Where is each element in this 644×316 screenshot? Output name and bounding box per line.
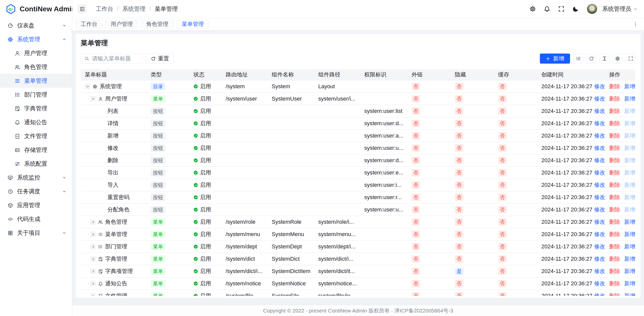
edit-link[interactable]: 修改 bbox=[594, 194, 605, 201]
breadcrumb-item[interactable]: 系统管理 bbox=[122, 5, 145, 13]
sidebar-item-9[interactable]: 存储管理 bbox=[0, 143, 72, 157]
delete-link[interactable]: 删除 bbox=[609, 107, 620, 115]
list-view-button[interactable] bbox=[573, 54, 583, 64]
sidebar-item-11[interactable]: 系统监控 bbox=[0, 171, 72, 185]
edit-link[interactable]: 修改 bbox=[594, 181, 605, 189]
delete-link[interactable]: 删除 bbox=[609, 243, 620, 250]
add-link[interactable]: 新增 bbox=[624, 144, 635, 152]
add-link[interactable]: 新增 bbox=[624, 169, 635, 176]
add-link[interactable]: 新增 bbox=[624, 280, 635, 287]
moon-icon[interactable] bbox=[573, 6, 579, 12]
sidebar-item-8[interactable]: 文件管理 bbox=[0, 129, 72, 143]
delete-link[interactable]: 删除 bbox=[609, 255, 620, 263]
delete-link[interactable]: 删除 bbox=[609, 157, 620, 164]
delete-link[interactable]: 删除 bbox=[609, 83, 620, 90]
edit-link[interactable]: 修改 bbox=[594, 255, 605, 263]
tab-2[interactable]: 角色管理 bbox=[141, 20, 173, 28]
sidebar-item-7[interactable]: 通知公告 bbox=[0, 115, 72, 129]
sidebar-item-14[interactable]: 代码生成 bbox=[0, 212, 72, 226]
tab-0[interactable]: 工作台 bbox=[76, 20, 102, 28]
edit-link[interactable]: 修改 bbox=[594, 95, 605, 103]
line-height-button[interactable] bbox=[599, 54, 609, 64]
edit-link[interactable]: 修改 bbox=[594, 280, 605, 287]
add-link[interactable]: 新增 bbox=[624, 107, 635, 115]
edit-link[interactable]: 修改 bbox=[594, 132, 605, 140]
add-link[interactable]: 新增 bbox=[624, 132, 635, 140]
add-link[interactable]: 新增 bbox=[624, 292, 635, 296]
delete-link[interactable]: 删除 bbox=[609, 181, 620, 189]
expand-toggle[interactable] bbox=[90, 96, 96, 102]
add-button[interactable]: 新增 bbox=[540, 54, 570, 64]
breadcrumb-item[interactable]: 工作台 bbox=[96, 5, 113, 13]
expand-toggle[interactable] bbox=[90, 232, 96, 237]
delete-link[interactable]: 删除 bbox=[609, 218, 620, 226]
delete-link[interactable]: 删除 bbox=[609, 169, 620, 176]
add-link[interactable]: 新增 bbox=[624, 95, 635, 103]
delete-link[interactable]: 删除 bbox=[609, 144, 620, 152]
edit-link[interactable]: 修改 bbox=[594, 206, 605, 213]
add-link[interactable]: 新增 bbox=[624, 120, 635, 127]
edit-link[interactable]: 修改 bbox=[594, 107, 605, 115]
tab-1[interactable]: 用户管理 bbox=[106, 20, 138, 28]
edit-link[interactable]: 修改 bbox=[594, 120, 605, 127]
collapse-sidebar-button[interactable] bbox=[77, 4, 87, 14]
edit-link[interactable]: 修改 bbox=[594, 231, 605, 238]
delete-link[interactable]: 删除 bbox=[609, 194, 620, 201]
edit-link[interactable]: 修改 bbox=[594, 157, 605, 164]
expand-toggle[interactable] bbox=[90, 281, 96, 286]
refresh-button[interactable] bbox=[586, 54, 596, 64]
fullscreen-icon[interactable] bbox=[558, 6, 565, 12]
fullscreen-button[interactable] bbox=[626, 54, 635, 64]
delete-link[interactable]: 删除 bbox=[609, 206, 620, 213]
reset-button[interactable]: 重置 bbox=[146, 54, 174, 64]
sidebar-item-10[interactable]: 系统配置 bbox=[0, 157, 72, 171]
edit-link[interactable]: 修改 bbox=[594, 83, 605, 90]
sidebar-item-13[interactable]: 应用管理 bbox=[0, 198, 72, 212]
expand-toggle[interactable] bbox=[90, 244, 96, 249]
edit-link[interactable]: 修改 bbox=[594, 267, 605, 275]
search-input[interactable] bbox=[92, 55, 139, 62]
expand-toggle[interactable] bbox=[90, 256, 96, 262]
kebab-vertical-icon[interactable] bbox=[633, 22, 638, 27]
sidebar-item-3[interactable]: 角色管理 bbox=[0, 60, 72, 74]
sidebar-item-12[interactable]: 任务调度 bbox=[0, 185, 72, 198]
add-link[interactable]: 新增 bbox=[624, 157, 635, 164]
sidebar-item-4[interactable]: 菜单管理 bbox=[0, 74, 72, 88]
tab-3[interactable]: 菜单管理 bbox=[177, 20, 209, 28]
delete-link[interactable]: 删除 bbox=[609, 120, 620, 127]
sidebar-item-5[interactable]: 部门管理 bbox=[0, 88, 72, 102]
search-box[interactable] bbox=[81, 54, 143, 64]
add-link[interactable]: 新增 bbox=[624, 83, 635, 90]
sidebar-item-6[interactable]: 字典管理 bbox=[0, 102, 72, 115]
add-link[interactable]: 新增 bbox=[624, 267, 635, 275]
add-link[interactable]: 新增 bbox=[624, 218, 635, 226]
add-link[interactable]: 新增 bbox=[624, 243, 635, 250]
expand-toggle[interactable] bbox=[85, 84, 90, 89]
edit-link[interactable]: 修改 bbox=[594, 218, 605, 226]
sidebar-item-15[interactable]: 关于项目 bbox=[0, 226, 72, 240]
delete-link[interactable]: 删除 bbox=[609, 280, 620, 287]
avatar[interactable] bbox=[587, 4, 597, 14]
settings-button[interactable] bbox=[613, 54, 622, 64]
edit-link[interactable]: 修改 bbox=[594, 292, 605, 296]
breadcrumb-item[interactable]: 菜单管理 bbox=[155, 5, 178, 13]
bell-icon[interactable] bbox=[544, 6, 550, 12]
expand-toggle[interactable] bbox=[90, 219, 96, 225]
delete-link[interactable]: 删除 bbox=[609, 95, 620, 103]
add-link[interactable]: 新增 bbox=[624, 181, 635, 189]
delete-link[interactable]: 删除 bbox=[609, 267, 620, 275]
edit-link[interactable]: 修改 bbox=[594, 144, 605, 152]
sidebar-item-0[interactable]: 仪表盘 bbox=[0, 19, 72, 32]
settings-icon[interactable] bbox=[530, 6, 536, 12]
edit-link[interactable]: 修改 bbox=[594, 243, 605, 250]
delete-link[interactable]: 删除 bbox=[609, 231, 620, 238]
sidebar-item-1[interactable]: 系统管理 bbox=[0, 32, 72, 46]
add-link[interactable]: 新增 bbox=[624, 231, 635, 238]
add-link[interactable]: 新增 bbox=[624, 206, 635, 213]
add-link[interactable]: 新增 bbox=[624, 255, 635, 263]
delete-link[interactable]: 删除 bbox=[609, 132, 620, 140]
sidebar-item-2[interactable]: 用户管理 bbox=[0, 46, 72, 60]
delete-link[interactable]: 删除 bbox=[609, 292, 620, 296]
edit-link[interactable]: 修改 bbox=[594, 169, 605, 176]
logo[interactable]: ContiNew Admin bbox=[0, 0, 72, 18]
